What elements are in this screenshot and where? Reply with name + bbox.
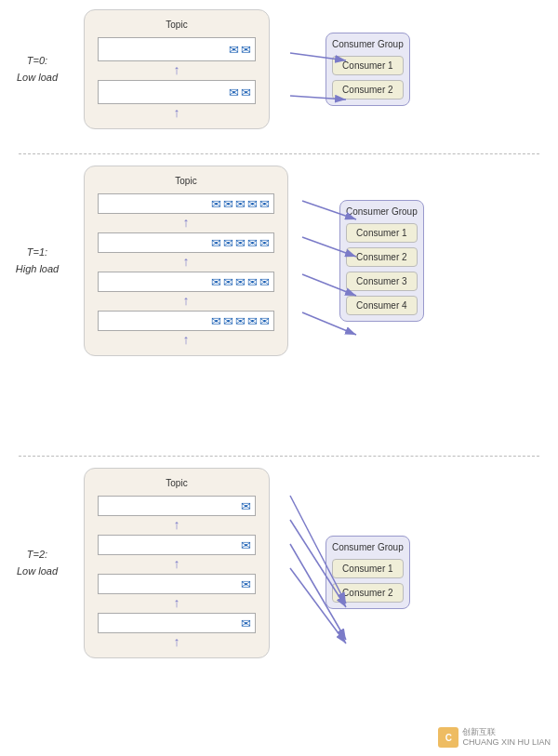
arrow-up: ↑ bbox=[183, 333, 190, 346]
partition-row-t1-3: ✉✉✉✉✉ ↑ bbox=[94, 311, 278, 346]
partition-row-t2-3: ✉ ↑ bbox=[94, 613, 259, 648]
connector-t0 bbox=[270, 33, 326, 107]
consumer-group-label-t0: Consumer Group bbox=[332, 39, 404, 49]
consumer-item-t2-1: Consumer 2 bbox=[332, 583, 404, 603]
consumer-item-0: Consumer 1 bbox=[332, 56, 404, 75]
partition-row-t2-0: ✉ ↑ bbox=[94, 496, 259, 531]
arrow-up: ↑ bbox=[183, 294, 190, 307]
partition-bar-1: ✉ ✉ bbox=[98, 80, 256, 104]
section-t0: T=0: Low load Topic ✉ ✉ ↑ ✉ ✉ ↑ bbox=[0, 9, 558, 129]
topic-label-t0: Topic bbox=[94, 20, 259, 30]
consumer-item-t1-3: Consumer 4 bbox=[346, 296, 418, 315]
partition-row-1: ✉ ✉ ↑ bbox=[94, 80, 259, 119]
partition-row-t2-1: ✉ ↑ bbox=[94, 535, 259, 570]
section-t2-label: T=2: Low load bbox=[0, 547, 74, 579]
divider-2 bbox=[19, 456, 539, 457]
partition-bar-t2-1: ✉ bbox=[98, 535, 256, 555]
partition-row-0: ✉ ✉ ↑ bbox=[94, 37, 259, 76]
envelope: ✉ bbox=[241, 86, 251, 99]
arrow-up: ↑ bbox=[174, 596, 180, 609]
partition-bar-t1-1: ✉✉✉✉✉ bbox=[98, 232, 274, 253]
partition-bar-0: ✉ ✉ bbox=[98, 37, 256, 61]
partition-bar-t2-0: ✉ bbox=[98, 496, 256, 516]
envelope: ✉ bbox=[229, 43, 239, 57]
consumer-group-label-t1: Consumer Group bbox=[346, 206, 418, 217]
partition-row-t1-2: ✉✉✉✉✉ ↑ bbox=[94, 272, 278, 307]
partition-bar-t1-2: ✉✉✉✉✉ bbox=[98, 272, 274, 292]
consumer-item-1: Consumer 2 bbox=[332, 80, 404, 99]
section-t0-label: T=0: Low load bbox=[0, 53, 74, 86]
connector-t1 bbox=[288, 173, 339, 350]
arrow-up: ↑ bbox=[174, 63, 180, 76]
arrow-up: ↑ bbox=[174, 518, 180, 531]
partition-row-t1-0: ✉✉✉✉✉ ↑ bbox=[94, 193, 278, 229]
arrow-up: ↑ bbox=[183, 255, 190, 268]
consumer-item-t1-1: Consumer 2 bbox=[346, 247, 418, 267]
consumer-item-t1-2: Consumer 3 bbox=[346, 272, 418, 291]
arrow-up: ↑ bbox=[183, 216, 190, 229]
section-t1: T=1: High load Topic ✉✉✉✉✉ ↑ ✉✉✉✉✉ ↑ ✉✉✉… bbox=[0, 166, 558, 356]
consumer-item-t2-0: Consumer 1 bbox=[332, 559, 404, 578]
partition-row-t1-1: ✉✉✉✉✉ ↑ bbox=[94, 232, 278, 268]
topic-label-t1: Topic bbox=[94, 176, 278, 186]
watermark-icon: C bbox=[438, 727, 458, 748]
topic-box-t0: Topic ✉ ✉ ↑ ✉ ✉ ↑ bbox=[84, 9, 270, 129]
watermark-text: 创新互联 CHUANG XIN HU LIAN bbox=[462, 727, 551, 749]
envelope: ✉ bbox=[241, 43, 251, 57]
consumer-group-label-t2: Consumer Group bbox=[332, 542, 404, 552]
section-t1-label: T=1: High load bbox=[0, 245, 74, 277]
partition-bar-t2-3: ✉ bbox=[98, 613, 256, 633]
divider-1 bbox=[19, 153, 539, 154]
partition-row-t2-2: ✉ ↑ bbox=[94, 574, 259, 609]
topic-label-t2: Topic bbox=[94, 478, 259, 488]
envelope: ✉ bbox=[229, 86, 239, 99]
arrow-up: ↑ bbox=[174, 106, 180, 119]
partition-bar-t2-2: ✉ bbox=[98, 574, 256, 594]
consumer-group-t1: Consumer Group Consumer 1 Consumer 2 Con… bbox=[339, 200, 424, 322]
topic-box-t2: Topic ✉ ↑ ✉ ↑ ✉ ↑ ✉ bbox=[84, 468, 270, 658]
topic-box-t1: Topic ✉✉✉✉✉ ↑ ✉✉✉✉✉ ↑ ✉✉✉✉✉ ↑ bbox=[84, 166, 288, 356]
consumer-group-t0: Consumer Group Consumer 1 Consumer 2 bbox=[326, 33, 410, 106]
connector-t2 bbox=[270, 471, 326, 657]
arrow-up: ↑ bbox=[174, 635, 180, 648]
watermark: C 创新互联 CHUANG XIN HU LIAN bbox=[438, 727, 551, 749]
consumer-item-t1-0: Consumer 1 bbox=[346, 223, 418, 243]
partition-bar-t1-3: ✉✉✉✉✉ bbox=[98, 311, 274, 331]
arrow-up: ↑ bbox=[174, 557, 180, 570]
consumer-group-t2: Consumer Group Consumer 1 Consumer 2 bbox=[326, 536, 410, 609]
partition-bar-t1-0: ✉✉✉✉✉ bbox=[98, 193, 274, 214]
section-t2: T=2: Low load Topic ✉ ↑ ✉ ↑ ✉ ↑ bbox=[0, 468, 558, 658]
